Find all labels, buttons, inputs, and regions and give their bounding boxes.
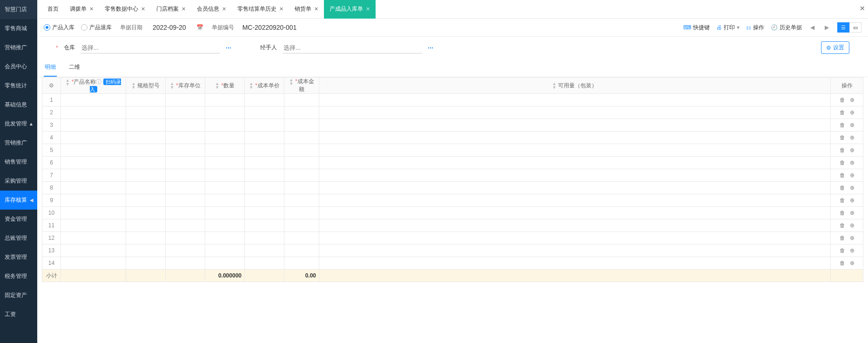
table-row[interactable]: 7🗑⊕	[42, 169, 863, 182]
add-row-icon[interactable]: ⊕	[850, 210, 855, 216]
cell-amount[interactable]	[284, 144, 319, 157]
cell-spec[interactable]	[126, 94, 166, 106]
print-button[interactable]: 🖨打印▾	[716, 24, 740, 32]
cell-spec[interactable]	[126, 106, 166, 119]
cell-qty[interactable]	[205, 169, 245, 182]
cell-price[interactable]	[245, 119, 284, 132]
add-row-icon[interactable]: ⊕	[850, 159, 855, 166]
view-card-button[interactable]: ▭	[849, 22, 861, 33]
cell-qty[interactable]	[205, 132, 245, 144]
sidebar-item-14[interactable]: 税务管理	[0, 267, 37, 286]
table-row[interactable]: 2🗑⊕	[42, 106, 863, 119]
cell-amount[interactable]	[284, 119, 319, 132]
cell-avail[interactable]	[319, 232, 831, 244]
cell-price[interactable]	[245, 207, 284, 219]
cell-unit[interactable]	[166, 219, 205, 232]
delete-icon[interactable]: 🗑	[840, 172, 845, 178]
col-price[interactable]: ▲▼*成本单价	[245, 78, 284, 94]
cell-price[interactable]	[245, 244, 284, 257]
cell-unit[interactable]	[166, 207, 205, 219]
add-row-icon[interactable]: ⊕	[850, 134, 855, 141]
sidebar-item-3[interactable]: 会员中心	[0, 57, 37, 76]
cell-amount[interactable]	[284, 157, 319, 169]
cell-avail[interactable]	[319, 157, 831, 169]
table-row[interactable]: 13🗑⊕	[42, 244, 863, 257]
warehouse-input[interactable]	[81, 42, 220, 53]
cell-amount[interactable]	[284, 94, 319, 106]
delete-icon[interactable]: 🗑	[840, 122, 845, 128]
sidebar-item-0[interactable]: 智慧门店	[0, 0, 37, 19]
col-product[interactable]: ▲▼*产品名称ⓘ扫码录入	[61, 78, 126, 94]
cell-avail[interactable]	[319, 94, 831, 106]
cell-avail[interactable]	[319, 132, 831, 144]
cell-spec[interactable]	[126, 232, 166, 244]
table-row[interactable]: 8🗑⊕	[42, 182, 863, 194]
cell-spec[interactable]	[126, 194, 166, 207]
delete-icon[interactable]: 🗑	[840, 210, 845, 216]
cell-spec[interactable]	[126, 169, 166, 182]
add-row-icon[interactable]: ⊕	[850, 122, 855, 128]
table-row[interactable]: 5🗑⊕	[42, 144, 863, 157]
cell-price[interactable]	[245, 94, 284, 106]
close-icon[interactable]: ✕	[279, 6, 283, 12]
delete-icon[interactable]: 🗑	[840, 109, 845, 116]
add-row-icon[interactable]: ⊕	[850, 172, 855, 178]
col-qty[interactable]: ▲▼*数量	[205, 78, 245, 94]
cell-qty[interactable]	[205, 106, 245, 119]
cell-unit[interactable]	[166, 157, 205, 169]
table-row[interactable]: 3🗑⊕	[42, 119, 863, 132]
table-row[interactable]: 9🗑⊕	[42, 194, 863, 207]
cell-product[interactable]	[61, 207, 126, 219]
tab-4[interactable]: 会员信息✕	[191, 0, 232, 19]
delete-icon[interactable]: 🗑	[840, 260, 845, 266]
cell-price[interactable]	[245, 232, 284, 244]
tab-0[interactable]: 首页	[42, 0, 64, 19]
add-row-icon[interactable]: ⊕	[850, 235, 855, 241]
cell-spec[interactable]	[126, 257, 166, 270]
tab-7[interactable]: 产成品入库单✕	[324, 0, 376, 19]
add-row-icon[interactable]: ⊕	[850, 185, 855, 191]
delete-icon[interactable]: 🗑	[840, 235, 845, 241]
cell-product[interactable]	[61, 244, 126, 257]
cell-price[interactable]	[245, 106, 284, 119]
cell-product[interactable]	[61, 157, 126, 169]
cell-unit[interactable]	[166, 232, 205, 244]
cell-qty[interactable]	[205, 119, 245, 132]
delete-icon[interactable]: 🗑	[840, 247, 845, 254]
cell-price[interactable]	[245, 182, 284, 194]
sidebar-item-1[interactable]: 零售商城	[0, 19, 37, 38]
close-icon[interactable]: ✕	[182, 6, 186, 12]
cell-qty[interactable]	[205, 244, 245, 257]
cell-price[interactable]	[245, 194, 284, 207]
cell-amount[interactable]	[284, 207, 319, 219]
cell-qty[interactable]	[205, 219, 245, 232]
sidebar-item-8[interactable]: 销售管理	[0, 152, 37, 172]
delete-icon[interactable]: 🗑	[840, 197, 845, 204]
tab-2[interactable]: 零售数据中心✕	[99, 0, 151, 19]
tab-1[interactable]: 调拨单✕	[64, 0, 99, 19]
cell-product[interactable]	[61, 119, 126, 132]
close-icon[interactable]: ✕	[222, 6, 226, 12]
cell-spec[interactable]	[126, 219, 166, 232]
cell-unit[interactable]	[166, 144, 205, 157]
cell-price[interactable]	[245, 144, 284, 157]
col-avail[interactable]: ▲▼可用量（包装）	[319, 78, 831, 94]
cell-product[interactable]	[61, 257, 126, 270]
sidebar-item-5[interactable]: 基础信息	[0, 95, 37, 114]
sidebar-item-13[interactable]: 发票管理	[0, 248, 37, 267]
cell-spec[interactable]	[126, 144, 166, 157]
cell-avail[interactable]	[319, 144, 831, 157]
cell-amount[interactable]	[284, 244, 319, 257]
cell-qty[interactable]	[205, 232, 245, 244]
cell-spec[interactable]	[126, 182, 166, 194]
cell-avail[interactable]	[319, 244, 831, 257]
table-row[interactable]: 11🗑⊕	[42, 219, 863, 232]
close-all-tabs-icon[interactable]: ✕	[860, 5, 865, 12]
cell-qty[interactable]	[205, 157, 245, 169]
add-row-icon[interactable]: ⊕	[850, 109, 855, 116]
prev-doc-icon[interactable]: ◀	[808, 24, 816, 31]
cell-qty[interactable]	[205, 182, 245, 194]
subtab-matrix[interactable]: 二维	[68, 59, 81, 77]
col-amount[interactable]: ▲▼*成本金额	[284, 78, 319, 94]
cell-amount[interactable]	[284, 219, 319, 232]
